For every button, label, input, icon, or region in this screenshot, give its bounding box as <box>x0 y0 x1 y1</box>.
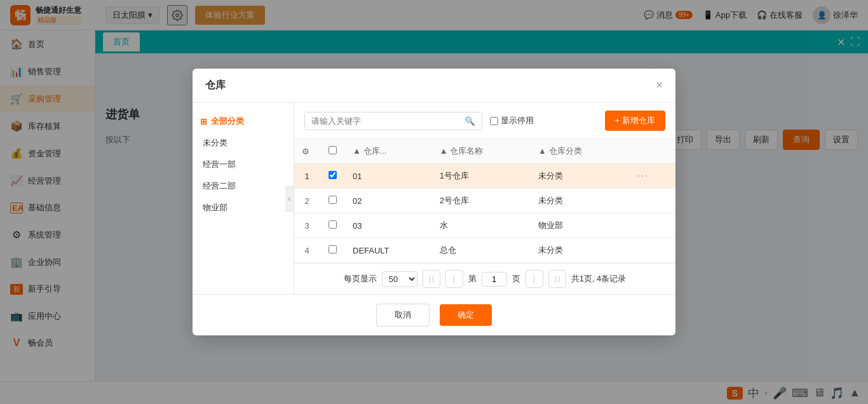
row-name: 1号仓库 <box>432 164 531 189</box>
row-category: 未分类 <box>531 164 629 189</box>
category-sidebar: ⊞ 全部分类 未分类 经营一部 经营二部 物业部 ‹ <box>193 103 294 294</box>
table-row[interactable]: 1 01 1号仓库 未分类 ··· <box>294 164 675 189</box>
prev-page-button[interactable]: ⟨ <box>445 270 463 288</box>
show-disabled-label[interactable]: 显示停用 <box>490 115 534 126</box>
search-box: 🔍 <box>304 112 482 130</box>
modal-close-button[interactable]: × <box>656 79 663 92</box>
row-category: 未分类 <box>531 238 629 263</box>
category-item-property[interactable]: 物业部 <box>193 197 294 219</box>
next-page-button[interactable]: ⟩ <box>526 270 543 288</box>
warehouse-table: ⚙ ▲ 仓库... ▲ 仓库名称 ▲ 仓库分类 <box>294 139 675 263</box>
modal-toolbar: 🔍 显示停用 + 新增仓库 <box>294 103 675 139</box>
col-checkbox-header[interactable] <box>320 139 345 164</box>
search-input[interactable] <box>305 112 458 130</box>
page-number-input[interactable] <box>482 272 507 286</box>
row-num: 1 <box>294 164 320 189</box>
modal-overlay: 仓库 × ⊞ 全部分类 未分类 经营一部 经营二部 物业部 ‹ <box>0 0 868 404</box>
page-size-select[interactable]: 50 100 <box>382 271 417 287</box>
category-all-header[interactable]: ⊞ 全部分类 <box>193 111 294 132</box>
table-row[interactable]: 3 03 水 物业部 <box>294 213 675 238</box>
col-code-header: ▲ 仓库... <box>345 139 432 164</box>
row-checkbox[interactable] <box>329 245 337 253</box>
row-name: 水 <box>432 213 531 238</box>
row-code: 02 <box>345 189 432 213</box>
col-name-header: ▲ 仓库名称 <box>432 139 531 164</box>
row-checkbox-cell[interactable] <box>320 189 345 213</box>
last-page-button[interactable]: ⟩⟩ <box>548 270 566 288</box>
row-checkbox-cell[interactable] <box>320 164 345 189</box>
row-more-button[interactable]: ··· <box>637 170 649 181</box>
row-name: 2号仓库 <box>432 189 531 213</box>
grid-icon: ⊞ <box>200 117 207 126</box>
modal-footer: 取消 确定 <box>193 294 675 335</box>
row-actions[interactable] <box>629 238 675 263</box>
row-actions[interactable] <box>629 189 675 213</box>
pagination-bar: 每页显示 50 100 ⟨⟨ ⟨ 第 页 ⟩ ⟩⟩ 共1页, 4条记录 <box>294 263 675 294</box>
row-checkbox[interactable] <box>329 196 337 204</box>
confirm-button[interactable]: 确定 <box>440 304 492 326</box>
col-actions-header <box>629 139 675 164</box>
col-settings[interactable]: ⚙ <box>294 139 320 164</box>
row-category: 物业部 <box>531 213 629 238</box>
add-warehouse-button[interactable]: + 新增仓库 <box>605 111 665 131</box>
table-row[interactable]: 4 DEFAULT 总仓 未分类 <box>294 238 675 263</box>
row-code: 01 <box>345 164 432 189</box>
show-disabled-checkbox[interactable] <box>490 117 498 125</box>
first-page-button[interactable]: ⟨⟨ <box>423 270 440 288</box>
row-checkbox[interactable] <box>329 220 337 229</box>
row-actions[interactable]: ··· <box>629 164 675 189</box>
row-code: 03 <box>345 213 432 238</box>
modal-title: 仓库 <box>205 79 226 92</box>
category-item-unclassified[interactable]: 未分类 <box>193 132 294 154</box>
row-checkbox-cell[interactable] <box>320 238 345 263</box>
warehouse-modal: 仓库 × ⊞ 全部分类 未分类 经营一部 经营二部 物业部 ‹ <box>193 69 675 335</box>
row-checkbox-cell[interactable] <box>320 213 345 238</box>
category-item-op1[interactable]: 经营一部 <box>193 154 294 175</box>
modal-main-panel: 🔍 显示停用 + 新增仓库 ⚙ <box>294 103 675 294</box>
row-actions[interactable] <box>629 213 675 238</box>
row-num: 4 <box>294 238 320 263</box>
col-category-header: ▲ 仓库分类 <box>531 139 629 164</box>
modal-body: ⊞ 全部分类 未分类 经营一部 经营二部 物业部 ‹ 🔍 <box>193 103 675 294</box>
table-row[interactable]: 2 02 2号仓库 未分类 <box>294 189 675 213</box>
category-item-op2[interactable]: 经营二部 <box>193 175 294 197</box>
modal-header: 仓库 × <box>193 69 675 103</box>
cancel-button[interactable]: 取消 <box>376 304 430 327</box>
row-name: 总仓 <box>432 238 531 263</box>
collapse-sidebar-button[interactable]: ‹ <box>285 186 294 212</box>
row-code: DEFAULT <box>345 238 432 263</box>
row-num: 2 <box>294 189 320 213</box>
row-category: 未分类 <box>531 189 629 213</box>
row-num: 3 <box>294 213 320 238</box>
row-checkbox[interactable] <box>329 171 337 179</box>
search-button[interactable]: 🔍 <box>458 112 482 130</box>
select-all-checkbox[interactable] <box>329 146 337 154</box>
